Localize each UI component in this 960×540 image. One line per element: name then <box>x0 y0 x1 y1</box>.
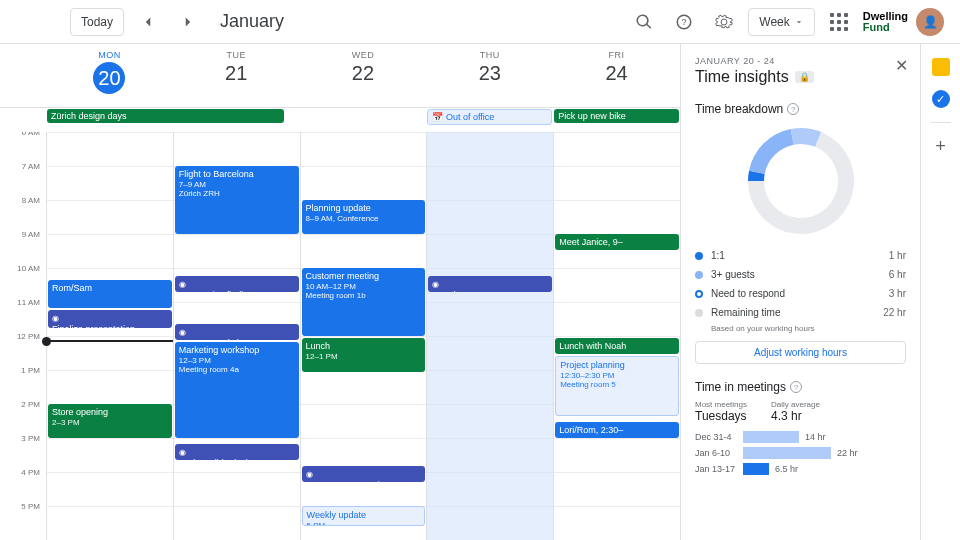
next-button[interactable] <box>172 6 204 38</box>
chevron-down-icon <box>794 17 804 27</box>
event[interactable]: Lori/Rom, 2:30– <box>555 422 679 438</box>
settings-icon[interactable] <box>708 6 740 38</box>
event[interactable]: Store opening2–3 PM <box>48 404 172 438</box>
today-button[interactable]: Today <box>70 8 124 36</box>
tasks-icon[interactable]: ✓ <box>932 90 950 108</box>
insights-panel: ✕ JANUARY 20 - 24 Time insights🔒 Time br… <box>680 44 920 540</box>
breakdown-title: Time breakdown? <box>695 102 906 116</box>
legend-row: Need to respond3 hr <box>695 284 906 303</box>
day-header[interactable]: THU23 <box>426 44 553 107</box>
svg-text:?: ? <box>682 17 687 27</box>
event[interactable]: Flight to Barcelona7–9 AMZürich ZRH <box>175 166 299 234</box>
event[interactable]: Planning update8–9 AM, Conference <box>302 200 426 234</box>
event[interactable]: Marketing workshop12–3 PMMeeting room 4a <box>175 342 299 438</box>
side-rail: ✓ + <box>920 44 960 540</box>
insights-title: Time insights🔒 <box>695 68 906 86</box>
allday-event[interactable]: Pick up new bike <box>554 109 679 123</box>
legend-row: 3+ guests6 hr <box>695 265 906 284</box>
day-header[interactable]: TUE21 <box>173 44 300 107</box>
meeting-bar-row: Jan 13-176.5 hr <box>695 463 906 475</box>
event[interactable]: Prepare workshop <box>175 324 299 340</box>
event[interactable]: Finalize presentation <box>48 310 172 328</box>
breakdown-donut <box>746 126 856 236</box>
event[interactable]: Customer meeting10 AM–12 PMMeeting room … <box>302 268 426 336</box>
event[interactable]: Weekly update5 PM <box>302 506 426 526</box>
keep-icon[interactable] <box>932 58 950 76</box>
day-header[interactable]: MON20 <box>46 44 173 107</box>
help-icon[interactable]: ? <box>668 6 700 38</box>
day-column[interactable]: Reach out to team <box>426 132 553 540</box>
meeting-bar-row: Jan 6-1022 hr <box>695 447 906 459</box>
add-icon[interactable]: + <box>932 137 950 155</box>
event[interactable]: Rom/Sam <box>48 280 172 308</box>
event[interactable]: Summarize findings <box>175 276 299 292</box>
meeting-stats: Most meetingsTuesdays Daily average4.3 h… <box>695 400 906 423</box>
header: Today January ? Week DwellingFund 👤 <box>0 0 960 44</box>
adjust-hours-button[interactable]: Adjust working hours <box>695 341 906 364</box>
day-header[interactable]: FRI24 <box>553 44 680 107</box>
time-grid[interactable]: 6 AM7 AM8 AM9 AM10 AM11 AM12 PM1 PM2 PM3… <box>0 132 680 540</box>
event[interactable]: Lunch with Noah <box>555 338 679 354</box>
allday-event[interactable]: 📅 Out of office <box>427 109 552 125</box>
help-icon[interactable]: ? <box>790 381 802 393</box>
breakdown-legend: 1:11 hr3+ guests6 hrNeed to respond3 hrR… <box>695 246 906 322</box>
apps-icon[interactable] <box>823 6 855 38</box>
insights-date: JANUARY 20 - 24 <box>695 56 906 66</box>
help-icon[interactable]: ? <box>787 103 799 115</box>
meeting-bars: Dec 31-414 hrJan 6-1022 hrJan 13-176.5 h… <box>695 431 906 475</box>
now-indicator <box>47 340 173 342</box>
event[interactable]: Update slide deck <box>175 444 299 460</box>
legend-row: Remaining time22 hr <box>695 303 906 322</box>
day-header[interactable]: WED22 <box>300 44 427 107</box>
event[interactable]: Lunch12–1 PM <box>302 338 426 372</box>
event[interactable]: Project planning12:30–2:30 PMMeeting roo… <box>555 356 679 416</box>
event[interactable]: Meet Janice, 9– <box>555 234 679 250</box>
day-column[interactable]: Meet Janice, 9–Lunch with NoahProject pl… <box>553 132 680 540</box>
event[interactable]: Prepare presentation <box>302 466 426 482</box>
view-selector[interactable]: Week <box>748 8 814 36</box>
close-icon[interactable]: ✕ <box>895 56 908 75</box>
meetings-title: Time in meetings? <box>695 380 906 394</box>
prev-button[interactable] <box>132 6 164 38</box>
day-header-row: MON20TUE21WED22THU23FRI24 <box>0 44 680 108</box>
day-column[interactable]: Flight to Barcelona7–9 AMZürich ZRHSumma… <box>173 132 300 540</box>
calendar: MON20TUE21WED22THU23FRI24 Zürich design … <box>0 44 680 540</box>
working-hours-note: Based on your working hours <box>711 324 906 333</box>
legend-row: 1:11 hr <box>695 246 906 265</box>
org-logo: DwellingFund <box>863 11 908 33</box>
day-column[interactable]: Rom/SamFinalize presentationStore openin… <box>46 132 173 540</box>
search-icon[interactable] <box>628 6 660 38</box>
month-title: January <box>220 11 284 32</box>
out-of-office-shade <box>427 132 553 540</box>
lock-badge: 🔒 <box>795 71 814 83</box>
day-column[interactable]: Planning update8–9 AM, ConferenceCustome… <box>300 132 427 540</box>
meeting-bar-row: Dec 31-414 hr <box>695 431 906 443</box>
avatar[interactable]: 👤 <box>916 8 944 36</box>
allday-row: Zürich design days 📅 Out of office Pick … <box>0 108 680 132</box>
event[interactable]: Reach out to team <box>428 276 552 292</box>
